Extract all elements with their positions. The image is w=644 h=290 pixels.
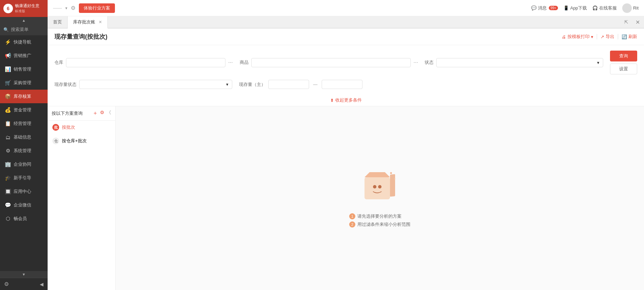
purchase-icon: 🛒 bbox=[5, 80, 11, 86]
collapse-row[interactable]: ⬆ 收起更多条件 bbox=[48, 94, 644, 106]
divider bbox=[597, 34, 597, 39]
sidebar-scroll-down[interactable]: ▼ bbox=[0, 271, 48, 278]
template-print-btn[interactable]: 🖨 按模板打印 ▾ bbox=[562, 34, 593, 40]
user-avatar-btn[interactable]: Rit bbox=[622, 3, 639, 13]
sidebar-item-wechat[interactable]: 💬 企业微信 bbox=[0, 198, 48, 212]
operation-icon: 📋 bbox=[5, 121, 11, 127]
svg-point-3 bbox=[373, 185, 376, 188]
topbar-right: 💬 消息 99+ 📱 App下载 🎧 在线客服 Rit bbox=[531, 3, 639, 13]
trial-btn[interactable]: 体验行业方案 bbox=[79, 3, 115, 13]
sidebar-bottom-settings-icon[interactable]: ⚙ bbox=[4, 281, 9, 287]
sidebar-item-marketing[interactable]: 📢 营销推广 bbox=[0, 49, 48, 62]
sidebar-nav: ⚡ 快捷导航 📢 营销推广 📊 销售管理 🛒 采购管理 📦 库存核算 💰 资金管… bbox=[0, 35, 48, 271]
avatar bbox=[622, 3, 632, 13]
sidebar-item-label: 应用中心 bbox=[14, 188, 31, 195]
sidebar-item-basic[interactable]: 🗂 基础信息 bbox=[0, 130, 48, 144]
product-input[interactable] bbox=[251, 58, 411, 67]
sidebar-item-label: 营销推广 bbox=[14, 53, 31, 59]
sidebar-item-member[interactable]: ⬡ 畅会员 bbox=[0, 212, 48, 225]
message-icon: 💬 bbox=[531, 5, 537, 11]
system-icon: ⚙ bbox=[5, 148, 11, 154]
sales-icon: 📊 bbox=[5, 66, 11, 72]
scheme-add-btn[interactable]: ＋ bbox=[92, 110, 98, 117]
basic-icon: 🗂 bbox=[5, 134, 11, 140]
sidebar-item-newbie[interactable]: 🎓 新手引导 bbox=[0, 171, 48, 185]
shortcut-icon: ⚡ bbox=[5, 39, 11, 45]
tab-close-icon[interactable]: ✕ bbox=[99, 20, 102, 24]
phone-icon: 📱 bbox=[563, 5, 569, 11]
empty-state: ✦ ✦ 1 请先选择要分析的方案 2 用过滤条件来缩小分析范围 bbox=[349, 167, 410, 230]
tab-inventory-batch[interactable]: 库存批次账 ✕ bbox=[68, 16, 108, 29]
topbar-dropdown-icon[interactable]: ▾ bbox=[65, 6, 67, 11]
stock-status-select[interactable]: ▾ bbox=[79, 80, 232, 89]
settings-btn[interactable]: 设置 bbox=[610, 64, 637, 74]
refresh-btn[interactable]: 🔄 刷新 bbox=[622, 34, 637, 40]
topbar: —— ▾ ⚙ 体验行业方案 💬 消息 99+ 📱 App下载 🎧 在线客服 Ri… bbox=[48, 0, 644, 16]
app-download-btn[interactable]: 📱 App下载 bbox=[563, 5, 587, 11]
scheme-settings-btn[interactable]: ⚙ bbox=[100, 110, 104, 117]
query-btn[interactable]: 查询 bbox=[610, 51, 637, 61]
sidebar-item-purchase[interactable]: 🛒 采购管理 bbox=[0, 76, 48, 90]
print-dropdown-icon[interactable]: ▾ bbox=[591, 34, 593, 39]
collapse-up-icon: ⬆ bbox=[330, 98, 334, 103]
page-header: 现存量查询(按批次) 🖨 按模板打印 ▾ ↗ 导出 🔄 刷新 bbox=[48, 29, 644, 45]
sidebar-collapse-icon[interactable]: ◀ bbox=[40, 282, 44, 287]
sidebar-item-system[interactable]: ⚙ 系统管理 bbox=[0, 144, 48, 158]
hint-num-2: 2 bbox=[349, 221, 355, 228]
sidebar-search-label: 搜索菜单 bbox=[11, 26, 29, 33]
scheme-collapse-btn[interactable]: 《 bbox=[106, 110, 111, 117]
sidebar-item-label: 经营管理 bbox=[14, 121, 31, 127]
sidebar: 6 畅康通好生意 标准版 ▲ 🔍 搜索菜单 ⚡ 快捷导航 📢 营销推广 📊 销售… bbox=[0, 0, 48, 290]
sidebar-item-enterprise[interactable]: 🏢 企业协同 bbox=[0, 158, 48, 171]
sidebar-scroll-up[interactable]: ▲ bbox=[0, 17, 48, 24]
scheme-item-batch[interactable]: 批 按批次 bbox=[48, 121, 115, 134]
product-dots-btn[interactable]: ··· bbox=[413, 59, 418, 66]
sidebar-item-label: 畅会员 bbox=[14, 216, 27, 222]
scheme-item-warehouse-batch[interactable]: 仓 按仓库+批次 bbox=[48, 134, 115, 148]
marketing-icon: 📢 bbox=[5, 53, 11, 59]
messages-btn[interactable]: 💬 消息 99+ bbox=[531, 5, 558, 11]
export-btn[interactable]: ↗ 导出 bbox=[600, 34, 614, 40]
messages-badge: 99+ bbox=[549, 6, 558, 10]
sidebar-item-inventory[interactable]: 📦 库存核算 bbox=[0, 90, 48, 103]
hint-text-2: 用过滤条件来缩小分析范围 bbox=[357, 221, 410, 228]
warehouse-dots-btn[interactable]: ··· bbox=[228, 59, 233, 66]
filter-panel: 仓库 ··· 商品 ··· 状态 ▾ bbox=[48, 45, 644, 94]
topbar-gear-icon[interactable]: ⚙ bbox=[71, 5, 75, 11]
sidebar-search[interactable]: 🔍 搜索菜单 bbox=[0, 24, 48, 35]
empty-hints: 1 请先选择要分析的方案 2 用过滤条件来缩小分析范围 bbox=[349, 213, 410, 230]
sidebar-item-appstore[interactable]: 🔲 应用中心 bbox=[0, 185, 48, 198]
sidebar-item-finance[interactable]: 💰 资金管理 bbox=[0, 103, 48, 117]
topbar-left: —— ▾ ⚙ 体验行业方案 bbox=[53, 3, 115, 13]
stock-status-dropdown-icon: ▾ bbox=[226, 82, 228, 87]
scheme-item-warehouse-batch-label: 按仓库+批次 bbox=[62, 138, 87, 144]
tabbar-expand-btn[interactable]: ⇱ bbox=[621, 16, 632, 28]
status-select[interactable]: ▾ bbox=[436, 58, 603, 67]
divider2 bbox=[618, 34, 618, 39]
tabbar-close-btn[interactable]: ✕ bbox=[631, 16, 644, 28]
warehouse-input[interactable] bbox=[66, 58, 225, 67]
stock-qty-from-input[interactable] bbox=[268, 80, 309, 89]
scheme-icon-warehouse-batch: 仓 bbox=[52, 138, 59, 144]
tab-inventory-batch-label: 库存批次账 bbox=[73, 19, 95, 25]
app-edition: 标准版 bbox=[15, 9, 39, 14]
sidebar-item-sales[interactable]: 📊 销售管理 bbox=[0, 62, 48, 76]
app-logo: 6 bbox=[3, 4, 13, 13]
tab-home[interactable]: 首页 bbox=[48, 16, 68, 28]
refresh-icon: 🔄 bbox=[622, 34, 627, 39]
app-download-label: App下载 bbox=[570, 5, 587, 11]
svg-text:✦: ✦ bbox=[389, 171, 393, 176]
member-icon: ⬡ bbox=[5, 216, 11, 222]
results-area: ✦ ✦ 1 请先选择要分析的方案 2 用过滤条件来缩小分析范围 bbox=[116, 106, 644, 290]
sidebar-header: 6 畅康通好生意 标准版 bbox=[0, 0, 48, 17]
newbie-icon: 🎓 bbox=[5, 175, 11, 181]
status-label: 状态 bbox=[425, 59, 434, 66]
sidebar-item-label: 采购管理 bbox=[14, 80, 31, 86]
online-service-btn[interactable]: 🎧 在线客服 bbox=[592, 5, 617, 11]
stock-qty-to-input[interactable] bbox=[322, 80, 362, 89]
sidebar-item-operation[interactable]: 📋 经营管理 bbox=[0, 117, 48, 130]
sidebar-bottom: ⚙ ◀ bbox=[0, 278, 48, 290]
user-name: Rit bbox=[633, 5, 639, 11]
sidebar-item-shortcut[interactable]: ⚡ 快捷导航 bbox=[0, 35, 48, 49]
sidebar-item-label: 系统管理 bbox=[14, 148, 31, 154]
